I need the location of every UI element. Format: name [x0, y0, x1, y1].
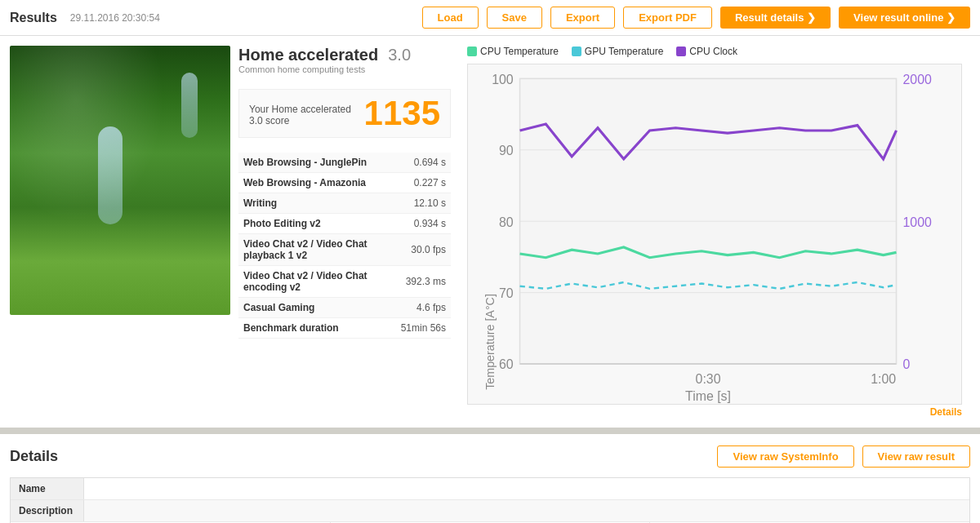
svg-text:90: 90	[499, 144, 514, 157]
svg-text:1:00: 1:00	[871, 372, 896, 386]
test-value: 0.694 s	[396, 153, 451, 173]
test-value: 0.227 s	[396, 173, 451, 193]
benchmark-image	[10, 46, 230, 315]
benchmark-subtitle: Common home computing tests	[238, 64, 411, 74]
svg-text:Temperature [A°C]: Temperature [A°C]	[483, 294, 497, 390]
svg-text:Time [s]: Time [s]	[685, 389, 731, 403]
result-date: 29.11.2016 20:30:54	[70, 12, 160, 24]
test-value: 12.10 s	[396, 193, 451, 214]
svg-text:60: 60	[499, 357, 514, 371]
benchmark-info: Home accelerated 3.0 Common home computi…	[230, 46, 459, 418]
test-name: Web Browsing - Amazonia	[238, 173, 396, 193]
cpu-temp-label: CPU Temperature	[480, 46, 559, 57]
score-value: 1135	[364, 96, 440, 131]
description-label: Description	[11, 500, 84, 521]
test-name: Web Browsing - JunglePin	[238, 153, 396, 173]
table-row: Writing12.10 s	[238, 193, 451, 214]
test-name: Writing	[238, 193, 396, 214]
result-details-button[interactable]: Result details	[720, 7, 831, 29]
test-name: Casual Gaming	[238, 298, 396, 318]
benchmark-title-row: Home accelerated 3.0 Common home computi…	[238, 46, 451, 81]
cpu-clock-dot	[676, 47, 686, 56]
details-table: Name Description CPU Intel(R) Atom(TM) x…	[10, 477, 970, 523]
svg-text:0: 0	[902, 357, 910, 371]
description-value	[84, 500, 969, 521]
test-name: Video Chat v2 / Video Chat encoding v2	[238, 266, 396, 298]
name-row: Name	[11, 478, 969, 500]
cpu-temp-dot	[467, 47, 477, 56]
details-section: Details View raw SystemInfo View raw res…	[0, 434, 980, 523]
header: Results 29.11.2016 20:30:54 Load Save Ex…	[0, 0, 980, 36]
load-button[interactable]: Load	[422, 7, 479, 29]
test-value: 0.934 s	[396, 214, 451, 234]
table-row: Casual Gaming4.6 fps	[238, 298, 451, 318]
test-value: 30.0 fps	[396, 234, 451, 266]
chart-area: 100 90 80 70 60 2000 1000 0 Temperature …	[467, 64, 962, 405]
results-table: Web Browsing - JunglePin0.694 sWeb Brows…	[238, 153, 451, 339]
view-raw-systeminfo-button[interactable]: View raw SystemInfo	[717, 445, 853, 468]
test-value: 4.6 fps	[396, 298, 451, 318]
table-row: Photo Editing v20.934 s	[238, 214, 451, 234]
svg-text:0:30: 0:30	[696, 372, 721, 386]
benchmark-name: Home accelerated	[238, 46, 378, 64]
details-actions: View raw SystemInfo View raw result	[717, 445, 970, 468]
table-row: Video Chat v2 / Video Chat playback 1 v2…	[238, 234, 451, 266]
gpu-temp-dot	[572, 47, 581, 56]
score-label: Your Home accelerated 3.0 score	[249, 97, 364, 130]
cpu-clock-label: CPU Clock	[689, 46, 737, 57]
name-value	[84, 478, 969, 499]
svg-text:1000: 1000	[902, 215, 931, 229]
legend-cpu-temp: CPU Temperature	[467, 46, 559, 57]
svg-text:100: 100	[492, 73, 514, 86]
view-result-online-button[interactable]: View result online	[839, 7, 970, 29]
chart-details-link[interactable]: Details	[467, 406, 962, 418]
save-button[interactable]: Save	[487, 7, 542, 29]
score-panel: Your Home accelerated 3.0 score 1135	[238, 89, 451, 138]
chart-panel: CPU Temperature GPU Temperature CPU Cloc…	[459, 46, 970, 418]
table-row: Web Browsing - JunglePin0.694 s	[238, 153, 451, 173]
export-button[interactable]: Export	[550, 7, 615, 29]
chart-legend: CPU Temperature GPU Temperature CPU Cloc…	[467, 46, 962, 57]
page-title: Results	[10, 11, 57, 25]
test-value: 51min 56s	[396, 318, 451, 339]
details-title: Details	[10, 448, 717, 465]
svg-text:70: 70	[499, 286, 514, 300]
performance-chart: 100 90 80 70 60 2000 1000 0 Temperature …	[468, 64, 961, 404]
main-content: Home accelerated 3.0 Common home computi…	[0, 36, 980, 428]
name-label: Name	[11, 478, 84, 499]
test-value: 392.3 ms	[396, 266, 451, 298]
table-row: Benchmark duration51min 56s	[238, 318, 451, 339]
legend-cpu-clock: CPU Clock	[676, 46, 737, 57]
test-name: Video Chat v2 / Video Chat playback 1 v2	[238, 234, 396, 266]
benchmark-version: 3.0	[388, 46, 411, 64]
view-raw-result-button[interactable]: View raw result	[862, 445, 970, 468]
test-name: Photo Editing v2	[238, 214, 396, 234]
svg-text:2000: 2000	[902, 73, 931, 86]
top-panel: Home accelerated 3.0 Common home computi…	[0, 36, 980, 428]
description-row: Description	[11, 500, 969, 522]
gpu-temp-label: GPU Temperature	[585, 46, 664, 57]
table-row: Video Chat v2 / Video Chat encoding v239…	[238, 266, 451, 298]
export-pdf-button[interactable]: Export PDF	[623, 7, 712, 29]
svg-text:80: 80	[499, 215, 514, 229]
test-name: Benchmark duration	[238, 318, 396, 339]
section-divider	[0, 428, 980, 434]
legend-gpu-temp: GPU Temperature	[572, 46, 664, 57]
table-row: Web Browsing - Amazonia0.227 s	[238, 173, 451, 193]
details-header: Details View raw SystemInfo View raw res…	[10, 445, 970, 468]
